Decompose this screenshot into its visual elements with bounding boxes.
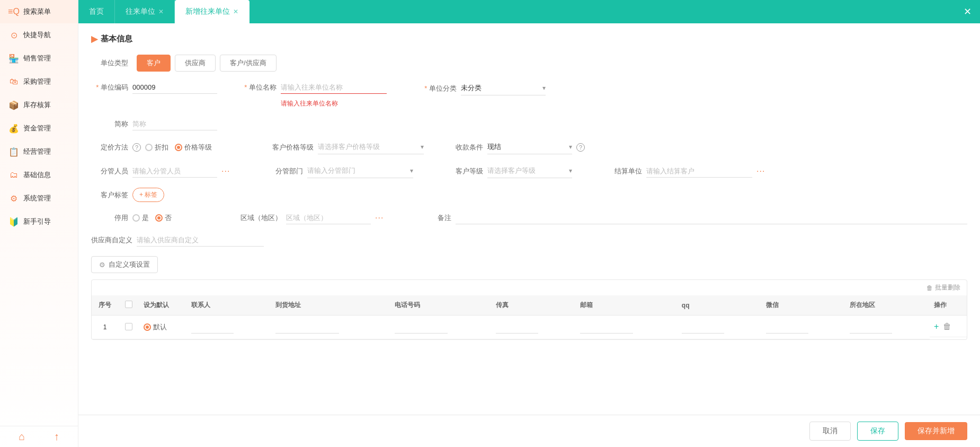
sidebar-bottom-btn-right[interactable]: ↑	[54, 431, 59, 443]
cancel-button[interactable]: 取消	[809, 422, 851, 441]
tab-partners[interactable]: 往来单位 ✕	[115, 0, 175, 23]
short-name-input[interactable]	[132, 118, 217, 130]
row-default-radio[interactable]: 默认	[144, 322, 183, 332]
unit-code-input[interactable]	[132, 81, 217, 94]
settlement-ellipsis[interactable]: ···	[756, 166, 765, 176]
sidebar-item-guide[interactable]: 🔰 新手引导	[0, 210, 78, 233]
fax-input[interactable]	[496, 321, 538, 334]
qq-input[interactable]	[682, 321, 724, 334]
customer-level-select[interactable]: 请选择客户等级 ▾	[487, 164, 572, 178]
default-radio-circle	[144, 323, 151, 331]
supplier-custom-input[interactable]	[137, 234, 264, 247]
sidebar-item-purchase[interactable]: 🛍 采购管理	[0, 70, 78, 93]
payment-help-icon[interactable]: ?	[576, 143, 585, 152]
disabled-yes-radio[interactable]: 是	[132, 213, 149, 223]
row-checkbox-cell	[118, 315, 139, 339]
type-btn-customer[interactable]: 客户	[137, 55, 171, 72]
batch-delete-btn[interactable]: 🗑 批量删除	[926, 283, 960, 292]
supplier-custom-field: 供应商自定义	[91, 234, 264, 247]
form-content: ▶ 基本信息 单位类型 客户 供应商 客户/供应商 单位编码 单位名称	[78, 23, 980, 415]
close-all-tabs[interactable]: ✕	[964, 6, 972, 17]
add-row-btn[interactable]: +	[934, 322, 939, 331]
th-qq: qq	[678, 295, 762, 315]
settlement-unit-input[interactable]	[646, 165, 752, 178]
department-select[interactable]: 请输入分管部门 ▾	[307, 164, 413, 178]
pricing-radio-level[interactable]: 价格等级	[175, 143, 212, 152]
footer: 取消 保存 保存并新增	[78, 415, 980, 447]
type-btn-supplier[interactable]: 供应商	[175, 55, 216, 72]
row-default-cell: 默认	[139, 315, 187, 339]
sidebar-item-basic[interactable]: 🗂 基础信息	[0, 163, 78, 187]
level-radio	[175, 144, 182, 151]
contact-input[interactable]	[191, 321, 234, 334]
tab-new-partner[interactable]: 新增往来单位 ✕	[175, 0, 250, 23]
no-radio	[155, 214, 163, 222]
tab-home[interactable]: 首页	[78, 0, 115, 23]
supervisor-row: 分管人员 ··· 分管部门 请输入分管部门 ▾ 客户等级 请选择客户等级 ▾ 结…	[91, 164, 967, 178]
type-btn-both[interactable]: 客户/供应商	[220, 55, 277, 72]
disabled-field: 停用 是 否	[91, 213, 239, 223]
unit-type-field: 单位类型 客户 供应商 客户/供应商	[91, 55, 277, 72]
location-input[interactable]	[850, 321, 892, 334]
disabled-no-radio[interactable]: 否	[155, 213, 172, 223]
sidebar-item-operations[interactable]: 📋 经营管理	[0, 140, 78, 163]
row-checkbox[interactable]	[125, 323, 132, 330]
dept-chevron: ▾	[410, 167, 413, 174]
contact-table: 序号 设为默认 联系人 到货地址 电话号码 传真 邮箱 qq 微信 所在地区 操…	[92, 295, 967, 339]
sidebar-item-finance[interactable]: 💰 资金管理	[0, 117, 78, 140]
customer-price-select[interactable]: 请选择客户价格等级 ▾	[318, 140, 424, 154]
tab-new-partner-close[interactable]: ✕	[233, 8, 238, 15]
table-row: 1 默认	[92, 315, 967, 339]
phone-input[interactable]	[395, 321, 448, 334]
customer-price-field: 客户价格等级 请选择客户价格等级 ▾	[271, 140, 451, 154]
delete-row-btn[interactable]: 🗑	[943, 322, 951, 331]
sidebar-item-system[interactable]: ⚙ 系统管理	[0, 187, 78, 210]
sidebar-bottom-btn-left[interactable]: ⌂	[19, 431, 25, 443]
settings-gear-icon: ⚙	[99, 261, 105, 269]
row-index: 1	[92, 315, 118, 339]
select-all-checkbox[interactable]	[125, 301, 132, 308]
supplier-custom-row: 供应商自定义	[91, 234, 967, 247]
custom-settings-button[interactable]: ⚙ 自定义项设置	[91, 256, 158, 273]
supervisor-ellipsis[interactable]: ···	[221, 166, 230, 176]
add-tag-button[interactable]: + 标签	[132, 188, 164, 202]
sidebar-item-search[interactable]: ≡Q 搜索菜单	[0, 0, 78, 23]
level-chevron: ▾	[569, 167, 572, 174]
sidebar-item-quick-nav[interactable]: ⊙ 快捷导航	[0, 23, 78, 47]
payment-condition-select[interactable]: 现结 ▾	[487, 140, 572, 154]
region-input[interactable]	[286, 212, 371, 224]
disabled-radio-group: 是 否	[132, 213, 172, 223]
department-field: 分管部门 请输入分管部门 ▾	[271, 164, 451, 178]
unit-category-field: 单位分类 未分类 ▾	[420, 81, 578, 95]
trash-icon: 🗑	[926, 284, 933, 292]
region-ellipsis[interactable]: ···	[375, 213, 384, 223]
row-address	[271, 315, 390, 339]
unit-category-select[interactable]: 未分类 ▾	[461, 81, 546, 95]
pricing-help-icon[interactable]: ?	[132, 143, 141, 152]
row-action-cell: + 🗑	[930, 315, 967, 337]
email-input[interactable]	[580, 321, 633, 334]
system-icon: ⚙	[8, 193, 19, 204]
wechat-input[interactable]	[766, 321, 808, 334]
supervisor-input[interactable]	[132, 165, 217, 178]
pricing-radio-discount[interactable]: 折扣	[145, 143, 168, 152]
th-action: 操作	[930, 295, 967, 315]
sidebar-item-inventory[interactable]: 📦 库存核算	[0, 93, 78, 117]
unit-name-field: 单位名称 请输入往来单位名称	[239, 81, 420, 108]
section-icon: ▶	[91, 34, 97, 44]
guide-icon: 🔰	[8, 216, 19, 227]
save-add-button[interactable]: 保存并新增	[905, 422, 967, 440]
row-contact	[187, 315, 271, 339]
remark-input[interactable]	[456, 212, 967, 224]
tab-partners-close[interactable]: ✕	[158, 8, 164, 15]
unit-name-input[interactable]	[281, 81, 387, 94]
settlement-unit-field: 结算单位 ···	[610, 165, 967, 178]
th-location: 所在地区	[845, 295, 930, 315]
save-button[interactable]: 保存	[857, 422, 898, 441]
purchase-icon: 🛍	[8, 76, 19, 87]
sidebar-item-sales[interactable]: 🏪 销售管理	[0, 47, 78, 70]
address-input[interactable]	[275, 321, 339, 334]
home-icon: ⊙	[8, 30, 19, 40]
disabled-row: 停用 是 否 区域（地区） ··· 备注	[91, 212, 967, 224]
row-phone	[390, 315, 492, 339]
